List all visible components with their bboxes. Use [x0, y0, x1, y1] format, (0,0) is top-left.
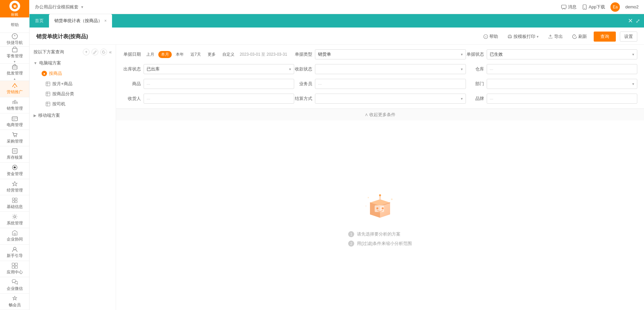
- tab-sales-stat[interactable]: 销货单统计表（按商品） ×: [49, 14, 112, 28]
- sidebar-item-system[interactable]: 系统管理: [0, 212, 30, 228]
- receiver-select[interactable]: ···: [144, 94, 294, 104]
- warehouse-label: 仓库: [466, 66, 487, 72]
- wholesale-arrow: ▴: [14, 77, 15, 81]
- scheme-item-by-goods[interactable]: ● 按商品: [30, 68, 116, 79]
- sidebar-search[interactable]: 帮助: [0, 17, 30, 33]
- sidebar-item-sales[interactable]: 销售管理: [0, 97, 30, 114]
- print-label: 按模板打印: [514, 34, 535, 40]
- marketing-label: 营销推广: [7, 89, 23, 95]
- tab-sales-stat-label: 销货单统计表（按商品）: [54, 18, 102, 24]
- tab-close-icon[interactable]: ×: [104, 18, 107, 23]
- search-label: 帮助: [11, 22, 19, 28]
- app-logo[interactable]: 畅 标账: [0, 0, 30, 17]
- receiver-dots: ···: [147, 96, 291, 101]
- member-icon: [12, 296, 18, 302]
- export-icon: [548, 34, 553, 39]
- page-title: 销货单统计表(按商品): [36, 33, 88, 40]
- receipt-status-select[interactable]: ▾: [315, 64, 466, 74]
- payment-select[interactable]: ▾: [315, 94, 466, 104]
- date-tab-this-month[interactable]: 本月: [158, 51, 172, 58]
- purchase-icon: [12, 132, 18, 138]
- refresh-label: 刷新: [578, 34, 587, 40]
- sidebar-item-purchase[interactable]: 采购管理: [0, 130, 30, 146]
- out-status-arrow: ▾: [289, 67, 291, 71]
- sidebar-item-basic[interactable]: 基础信息: [0, 195, 30, 212]
- scheme-collapse-btn[interactable]: «: [109, 49, 112, 55]
- tip-2-text: 用[过滤]条件来缩小分析范围: [357, 241, 412, 247]
- table-icon-3: [46, 102, 50, 106]
- date-tab-7days[interactable]: 近7天: [188, 51, 204, 58]
- doc-status-label: 单据状态: [466, 51, 487, 57]
- filter-salesman-group: 业务员 ···: [294, 79, 466, 89]
- sidebar-item-retail[interactable]: 零售管理 ▾: [0, 47, 30, 64]
- scheme-group-mobile-header[interactable]: ▶ 移动端方案: [30, 110, 116, 120]
- print-arrow[interactable]: ▾: [537, 35, 539, 39]
- dept-select[interactable]: ▾: [487, 79, 637, 89]
- salesman-dots: ···: [318, 82, 463, 87]
- warehouse-select[interactable]: ···: [487, 64, 637, 74]
- sidebar-item-finance[interactable]: 资金管理: [0, 163, 30, 179]
- refresh-btn[interactable]: 刷新: [570, 32, 590, 41]
- workspace-dropdown-arrow[interactable]: ▾: [81, 5, 83, 9]
- user-avatar[interactable]: Ea: [610, 2, 620, 12]
- sidebar-item-member[interactable]: 畅会员: [0, 294, 30, 310]
- tab-close-window-icon[interactable]: ✕: [628, 17, 633, 24]
- svg-point-2: [12, 34, 17, 39]
- export-btn[interactable]: 导出: [545, 32, 566, 41]
- doc-status-value: 已生效: [490, 51, 632, 57]
- sidebar-item-marketing[interactable]: 营销推广: [0, 81, 30, 97]
- date-tab-this-year[interactable]: 本年: [173, 51, 186, 58]
- date-tab-more[interactable]: 更多: [205, 51, 218, 58]
- svg-rect-34: [46, 102, 50, 106]
- sidebar-quick-nav[interactable]: 快捷导航: [0, 33, 30, 47]
- goods-select[interactable]: ···: [144, 79, 294, 89]
- doc-type-select[interactable]: 销货单 ▾: [315, 49, 466, 59]
- date-tab-last-month[interactable]: 上月: [144, 51, 157, 58]
- filter-dept-group: 部门 ▾: [466, 79, 637, 89]
- sidebar-item-appcenter[interactable]: 应用中心: [0, 261, 30, 277]
- edit-icon: [93, 50, 97, 54]
- scheme-group-mobile: ▶ 移动端方案: [30, 110, 116, 120]
- scheme-item-by-cashier[interactable]: 按司机: [30, 99, 116, 109]
- empty-tip-1: 1 请先选择要分析的方案: [348, 231, 412, 237]
- sidebar-item-ecommerce[interactable]: 电商管理: [0, 113, 30, 130]
- sidebar-item-operations[interactable]: 经营管理: [0, 179, 30, 196]
- svg-rect-19: [14, 233, 15, 235]
- sidebar-item-wechat[interactable]: 企业微信: [0, 277, 30, 294]
- app-download-btn[interactable]: App下载: [582, 4, 605, 10]
- collapse-label: ∧ 收起更多条件: [365, 112, 396, 118]
- sidebar-item-inventory[interactable]: 库存核算: [0, 146, 30, 163]
- collapse-bar[interactable]: ∧ 收起更多条件: [116, 109, 644, 120]
- retail-label: 零售管理: [7, 53, 23, 59]
- print-btn[interactable]: 按模板打印 ▾: [505, 32, 541, 41]
- svg-rect-7: [12, 117, 17, 121]
- svg-rect-21: [12, 263, 14, 265]
- message-btn[interactable]: 消息: [561, 4, 577, 10]
- scheme-item-by-month-goods[interactable]: 按月+商品: [30, 79, 116, 89]
- retail-arrow: ▾: [14, 60, 15, 63]
- salesman-select[interactable]: ···: [315, 79, 466, 89]
- scheme-add-btn[interactable]: +: [83, 49, 90, 55]
- help-btn[interactable]: ? 帮助: [481, 32, 501, 41]
- date-tabs: 上月 本月 本年 近7天 更多 自定义: [144, 51, 237, 58]
- scheme-group-pc-header[interactable]: ▼ 电脑端方案: [30, 58, 116, 68]
- user-name[interactable]: demo2: [625, 4, 639, 9]
- query-btn[interactable]: 查询: [594, 32, 616, 42]
- scheme-refresh-btn[interactable]: [100, 49, 107, 55]
- sidebar-item-wholesale[interactable]: 批发管理 ▴: [0, 64, 30, 81]
- doc-status-select[interactable]: 已生效 ▾: [487, 49, 637, 59]
- refresh-icon: [572, 34, 577, 39]
- tab-home[interactable]: 首页: [30, 14, 49, 28]
- empty-state: 1 请先选择要分析的方案 2 用[过滤]条件来缩小分析范围: [116, 120, 644, 310]
- sidebar-item-corp[interactable]: 企业协同: [0, 228, 30, 245]
- out-status-select[interactable]: 已出库 ▾: [144, 64, 294, 74]
- brand-select[interactable]: ···: [487, 94, 637, 104]
- date-tab-custom[interactable]: 自定义: [220, 51, 237, 58]
- sidebar-item-newbie[interactable]: 新手引导: [0, 245, 30, 261]
- scheme-item-by-category[interactable]: 按商品分类: [30, 89, 116, 99]
- scheme-group-pc-arrow: ▼: [34, 61, 37, 65]
- settings-btn[interactable]: 设置: [620, 32, 637, 42]
- filter-rows: 单据日期 上月 本月 本年 近7天 更多 自定义 2023-03-01 至 20…: [116, 45, 644, 109]
- scheme-edit-btn[interactable]: [92, 49, 98, 55]
- tab-maximize-icon[interactable]: ⤢: [636, 18, 640, 24]
